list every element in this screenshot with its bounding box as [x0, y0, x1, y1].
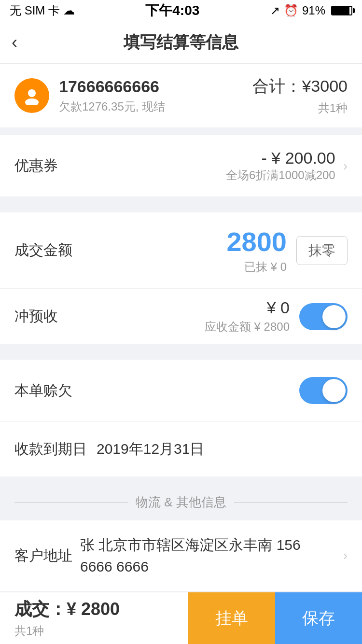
back-button[interactable]: ‹: [12, 32, 17, 53]
bottom-summary: 成交：¥ 2800 共1种: [0, 598, 188, 639]
transaction-sub: 已抹 ¥ 0: [72, 259, 287, 275]
section-divider-2: [0, 352, 362, 360]
round-button[interactable]: 抹零: [296, 236, 348, 265]
prepayment-sub: 应收金额 ¥ 2800: [58, 319, 290, 335]
status-time: 下午4:03: [145, 1, 199, 20]
coupon-row[interactable]: 优惠券 - ¥ 200.00 全场6折满1000减200 ›: [0, 135, 362, 197]
debt-label: 本单赊欠: [14, 381, 299, 401]
amount-value-wrap: 2800 已抹 ¥ 0: [72, 226, 287, 275]
due-date-label: 收款到期日: [14, 439, 87, 459]
save-button[interactable]: 保存: [275, 592, 362, 644]
coupon-label: 优惠券: [14, 156, 72, 176]
sim-status: 无 SIM 卡 ☁: [10, 3, 75, 18]
customer-row: 17666666666 欠款1276.35元, 现结 合计：¥3000 共1种: [0, 64, 362, 127]
hold-button[interactable]: 挂单: [188, 592, 275, 644]
debt-row: 本单赊欠: [0, 360, 362, 421]
bottom-count: 共1种: [14, 623, 174, 639]
debt-card: 本单赊欠 收款到期日 2019年12月31日: [0, 360, 362, 476]
avatar: [14, 78, 49, 113]
coupon-desc: 全场6折满1000减200: [72, 168, 335, 183]
status-right: ↗ ⏰ 91%: [270, 4, 352, 17]
prepayment-row: 冲预收 ¥ 0 应收金额 ¥ 2800: [0, 288, 362, 344]
coupon-amount: - ¥ 200.00: [72, 149, 335, 168]
transaction-card: 成交金额 2800 已抹 ¥ 0 抹零 冲预收 ¥ 0 应收金额 ¥ 2800: [0, 212, 362, 344]
customer-info: 17666666666 欠款1276.35元, 现结: [59, 77, 252, 114]
alarm-icon: ⏰: [284, 4, 298, 17]
logistics-divider: 物流 & 其他信息: [0, 484, 362, 520]
total-amount: 合计：¥3000: [252, 75, 348, 98]
customer-card: 17666666666 欠款1276.35元, 现结 合计：¥3000 共1种: [0, 64, 362, 127]
bottom-bar: 成交：¥ 2800 共1种 挂单 保存: [0, 592, 362, 644]
address-value: 张 北京市市辖区海淀区永丰南 156 6666 6666: [80, 534, 335, 577]
address-row[interactable]: 客户地址 张 北京市市辖区海淀区永丰南 156 6666 6666 ›: [0, 520, 362, 591]
address-chevron-icon: ›: [343, 548, 348, 563]
battery-icon: [331, 6, 352, 15]
logistics-label: 物流 & 其他信息: [136, 494, 226, 511]
transaction-amount-row: 成交金额 2800 已抹 ¥ 0 抹零: [0, 212, 362, 288]
due-date-row: 收款到期日 2019年12月31日: [0, 421, 362, 476]
customer-phone: 17666666666: [59, 77, 252, 96]
customer-sub: 欠款1276.35元, 现结: [59, 99, 252, 114]
coupon-card: 优惠券 - ¥ 200.00 全场6折满1000减200 ›: [0, 135, 362, 197]
total-sub: 共1种: [252, 100, 348, 116]
location-icon: ↗: [270, 4, 280, 17]
content: 17666666666 欠款1276.35元, 现结 合计：¥3000 共1种 …: [0, 64, 362, 644]
divider-line-left: [14, 502, 128, 503]
address-card: 客户地址 张 北京市市辖区海淀区永丰南 156 6666 6666 ›: [0, 520, 362, 591]
prepayment-toggle[interactable]: [299, 303, 348, 330]
section-divider-1: [0, 205, 362, 212]
toggle-knob: [322, 305, 346, 328]
prepayment-toggle-container: [299, 303, 348, 330]
page-title: 填写结算等信息: [124, 31, 238, 54]
bottom-transaction-label: 成交：: [14, 599, 67, 619]
status-bar: 无 SIM 卡 ☁ 下午4:03 ↗ ⏰ 91%: [0, 0, 362, 21]
bottom-transaction-amount: ¥ 2800: [67, 599, 120, 619]
debt-toggle-knob: [322, 379, 346, 402]
svg-point-0: [28, 89, 36, 97]
prepayment-label: 冲预收: [14, 307, 58, 326]
total-info: 合计：¥3000 共1种: [252, 75, 348, 116]
bottom-transaction: 成交：¥ 2800: [14, 598, 174, 621]
nav-bar: ‹ 填写结算等信息: [0, 21, 362, 64]
debt-toggle-container: [299, 377, 348, 404]
divider-line-right: [234, 502, 348, 503]
transaction-amount: 2800: [72, 226, 287, 257]
prepayment-value-wrap: ¥ 0 应收金额 ¥ 2800: [58, 298, 290, 335]
debt-toggle[interactable]: [299, 377, 348, 404]
address-label: 客户地址: [14, 546, 72, 566]
svg-point-1: [25, 98, 39, 105]
chevron-right-icon: ›: [343, 158, 348, 174]
battery-percent: 91%: [302, 4, 325, 17]
due-date-value: 2019年12月31日: [97, 439, 204, 459]
coupon-value: - ¥ 200.00 全场6折满1000减200: [72, 149, 335, 183]
transaction-label: 成交金额: [14, 240, 72, 260]
status-left: 无 SIM 卡 ☁: [10, 3, 75, 18]
prepayment-amount: ¥ 0: [58, 298, 290, 317]
